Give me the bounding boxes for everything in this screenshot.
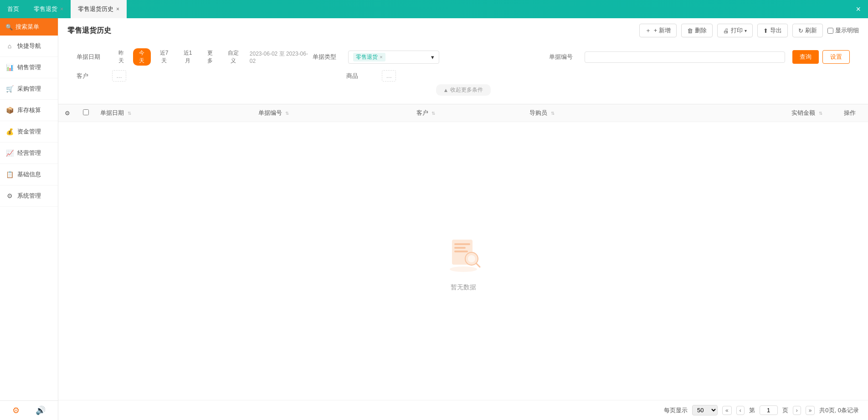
sidebar-search[interactable]: 🔍 搜索菜单 [0,18,58,36]
sidebar-item-sales-label: 销售管理 [17,63,41,72]
display-detail-checkbox-label[interactable]: 显示明细 [827,26,859,35]
sidebar: 🔍 搜索菜单 ⌂ 快捷导航 📊 销售管理 🛒 采购管理 📦 库存核算 💰 [0,18,58,420]
th-amount-label: 实销金额 [791,109,815,116]
sidebar-item-inventory[interactable]: 📦 库存核算 [0,100,58,121]
system-icon: ⚙ [5,192,14,200]
voucher-type-select[interactable]: 零售退货 × ▾ [348,51,439,64]
svg-rect-2 [454,243,470,245]
date-more-btn[interactable]: 更多 [201,48,219,66]
empty-state: 暂无数据 [58,122,868,400]
export-button[interactable]: ⬆ 导出 [757,24,788,37]
sidebar-item-business-label: 经营管理 [17,149,41,157]
empty-icon [441,230,486,276]
print-button[interactable]: 🖨 打印 ▾ [717,24,753,37]
th-date-sort-icon[interactable]: ⇅ [128,111,131,116]
tab-retail-return-history-label: 零售退货历史 [78,5,113,13]
goods-input[interactable]: … [382,70,396,82]
collapse-icon: ▲ [443,87,449,93]
page-actions: ＋ + 新增 🗑 删除 🖨 打印 ▾ ⬆ 导出 [639,24,859,37]
date-today-btn[interactable]: 今天 [133,48,151,66]
filter-area: 单据日期 昨天 今天 近7天 近1月 更多 自定义 2023-06-02 至 2… [67,43,859,104]
page-label: 第 [749,406,755,415]
display-detail-checkbox[interactable] [827,28,833,34]
date-filter-label: 单据日期 [77,53,108,61]
pagination-bar: 每页显示 10 20 50 100 « ‹ 第 页 › » 共0页, 0条记录 [58,400,868,420]
sound-icon[interactable]: 🔊 [36,405,46,415]
data-table: ⚙ 单据日期 ⇅ 单据编号 ⇅ [58,104,868,122]
sidebar-item-basicinfo[interactable]: 📋 基础信息 [0,164,58,185]
th-ops-label: 操作 [844,109,856,116]
tab-retail-return-history[interactable]: 零售退货历史 × [71,0,127,18]
add-button[interactable]: ＋ + 新增 [639,24,677,37]
th-ops: 操作 [832,104,868,122]
voucher-no-input[interactable] [585,51,785,63]
date-filter-field: 单据日期 昨天 今天 近7天 近1月 更多 自定义 2023-06-02 至 2… [77,48,313,66]
th-no-sort-icon[interactable]: ⇅ [285,111,289,116]
date-7days-btn[interactable]: 近7天 [154,48,175,66]
voucher-no-label: 单据编号 [549,53,581,61]
delete-icon: 🗑 [687,27,693,34]
sidebar-item-finance[interactable]: 💰 资金管理 [0,121,58,143]
page-next-btn[interactable]: › [793,406,801,415]
sales-icon: 📊 [5,63,14,72]
page-size-select[interactable]: 10 20 50 100 [692,405,718,415]
sidebar-item-business[interactable]: 📈 经营管理 [0,143,58,164]
th-guide: 导购员 ⇅ [524,104,660,122]
page-title: 零售退货历史 [67,26,111,36]
th-customer-sort-icon[interactable]: ⇅ [431,111,435,116]
page-title-row: 零售退货历史 ＋ + 新增 🗑 删除 🖨 打印 ▾ [67,24,859,37]
refresh-button[interactable]: ↻ 刷新 [792,24,823,37]
sidebar-item-purchase[interactable]: 🛒 采购管理 [0,78,58,100]
print-dropdown-icon: ▾ [745,28,747,33]
filter-action-buttons: 查询 设置 [792,50,850,64]
tab-home[interactable]: 首页 [0,0,26,18]
select-all-checkbox[interactable] [83,109,89,115]
goods-placeholder: … [386,72,392,79]
print-icon: 🖨 [723,27,729,34]
page-size-label: 每页显示 [664,406,688,415]
page-first-btn[interactable]: « [722,406,732,415]
svg-rect-3 [454,247,466,249]
tab-retail-return-close[interactable]: × [60,6,63,12]
voucher-type-tag-close[interactable]: × [380,54,382,60]
goods-filter-field: 商品 … [346,70,598,82]
sidebar-item-quicknav[interactable]: ⌂ 快捷导航 [0,36,58,57]
date-yesterday-btn[interactable]: 昨天 [112,48,130,66]
page-last-btn[interactable]: » [806,406,815,415]
refresh-icon: ↻ [798,27,803,34]
window-close-button[interactable]: × [848,5,868,14]
th-guide-sort-icon[interactable]: ⇅ [551,111,555,116]
sidebar-search-label: 搜索菜单 [15,23,39,31]
purchase-icon: 🛒 [5,85,14,93]
display-detail-label: 显示明细 [835,26,859,35]
settings-gear-icon[interactable]: ⚙ [12,405,20,415]
th-amount-sort-icon[interactable]: ⇅ [819,111,822,116]
customer-input[interactable]: … [112,70,126,82]
page-prev-btn[interactable]: ‹ [736,406,745,415]
sidebar-bottom: ⚙ 🔊 [0,400,58,420]
sidebar-item-purchase-label: 采购管理 [17,85,41,93]
customer-filter-field: 客户 … [77,70,328,82]
sidebar-item-quicknav-label: 快捷导航 [17,42,41,50]
page-number-input[interactable] [760,405,778,415]
date-1month-btn[interactable]: 近1月 [177,48,198,66]
table-settings-icon[interactable]: ⚙ [65,110,70,117]
filter-settings-button[interactable]: 设置 [822,50,850,64]
tab-retail-return[interactable]: 零售退货 × [26,0,71,18]
top-bar: 首页 零售退货 × 零售退货历史 × × [0,0,868,18]
th-no-label: 单据编号 [258,109,282,116]
sidebar-item-system[interactable]: ⚙ 系统管理 [0,185,58,207]
svg-point-6 [468,255,475,262]
customer-filter-label: 客户 [77,72,108,80]
sidebar-item-sales[interactable]: 📊 销售管理 [0,57,58,78]
finance-icon: 💰 [5,128,14,136]
delete-button[interactable]: 🗑 删除 [681,24,713,37]
tab-retail-return-history-close[interactable]: × [116,6,119,12]
date-custom-btn[interactable]: 自定义 [222,48,245,66]
query-button[interactable]: 查询 [792,50,819,64]
tab-list: 首页 零售退货 × 零售退货历史 × [0,0,848,18]
collapse-button[interactable]: ▲ 收起更多条件 [436,84,491,96]
page-unit-label: 页 [782,406,788,415]
total-label: 共0页, 0条记录 [819,406,859,415]
date-range-text: 2023-06-02 至 2023-06-02 [250,50,313,64]
